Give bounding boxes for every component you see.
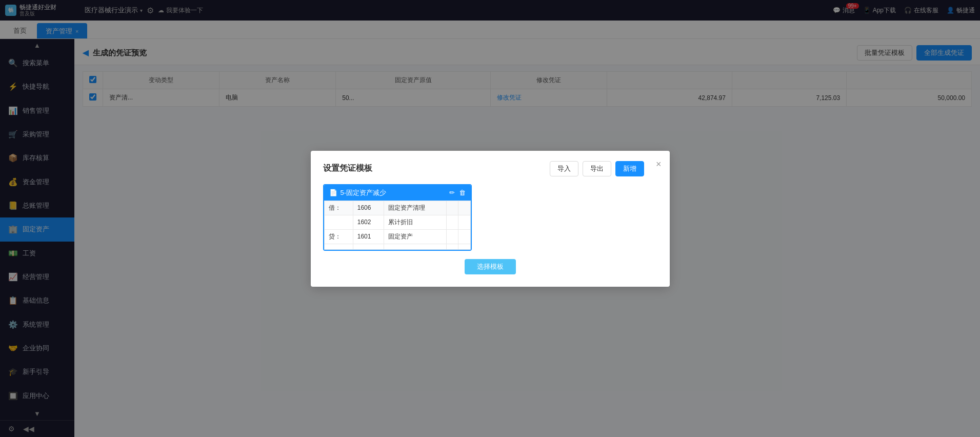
dialog-action-buttons: 导入 导出 新增	[550, 161, 644, 176]
template-header-icons: ✏ 🗑	[449, 189, 466, 196]
entry-name: 固定资产清理	[384, 201, 446, 215]
template-header-left: 📄 5-固定资产减少	[329, 188, 387, 197]
entry-direction	[324, 244, 353, 249]
entry-direction: 借：	[324, 201, 353, 215]
entry-code: 1602	[353, 215, 384, 229]
export-button[interactable]: 导出	[583, 161, 611, 176]
entry-debit	[446, 201, 458, 215]
template-entries-table: 借： 1606 固定资产清理 1602 累计折旧	[324, 201, 471, 250]
entry-debit	[446, 244, 458, 249]
template-card-body: 借： 1606 固定资产清理 1602 累计折旧	[324, 201, 471, 250]
template-doc-icon: 📄	[329, 189, 337, 196]
entry-credit	[458, 244, 470, 249]
select-template-button[interactable]: 选择模板	[465, 259, 516, 274]
voucher-template-dialog: 设置凭证模板 导入 导出 新增 × 📄 5-固定资产减少 ✏ 🗑	[311, 151, 670, 287]
entry-credit	[458, 215, 470, 229]
new-button[interactable]: 新增	[615, 161, 644, 176]
template-row: 贷： 1601 固定资产	[324, 229, 470, 244]
template-delete-icon[interactable]: 🗑	[459, 189, 466, 196]
entry-credit	[458, 229, 470, 244]
template-name: 5-固定资产减少	[341, 188, 387, 197]
entry-debit	[446, 229, 458, 244]
dialog-close-button[interactable]: ×	[656, 159, 662, 170]
template-row	[324, 244, 470, 249]
entry-code: 1601	[353, 229, 384, 244]
entry-debit	[446, 215, 458, 229]
template-row: 借： 1606 固定资产清理	[324, 201, 470, 215]
entry-direction: 贷：	[324, 229, 353, 244]
entry-credit	[458, 201, 470, 215]
template-row: 1602 累计折旧	[324, 215, 470, 229]
template-card-header: 📄 5-固定资产减少 ✏ 🗑	[324, 185, 471, 201]
entry-name: 固定资产	[384, 229, 446, 244]
import-button[interactable]: 导入	[550, 161, 578, 176]
entry-name	[384, 244, 446, 249]
dialog-overlay: 设置凭证模板 导入 导出 新增 × 📄 5-固定资产减少 ✏ 🗑	[0, 0, 980, 437]
template-card: 📄 5-固定资产减少 ✏ 🗑 借： 1606 固定资产清理	[323, 184, 472, 251]
entry-code: 1606	[353, 201, 384, 215]
entry-name: 累计折旧	[384, 215, 446, 229]
entry-direction	[324, 215, 353, 229]
template-edit-icon[interactable]: ✏	[449, 189, 455, 196]
entry-code	[353, 244, 384, 249]
